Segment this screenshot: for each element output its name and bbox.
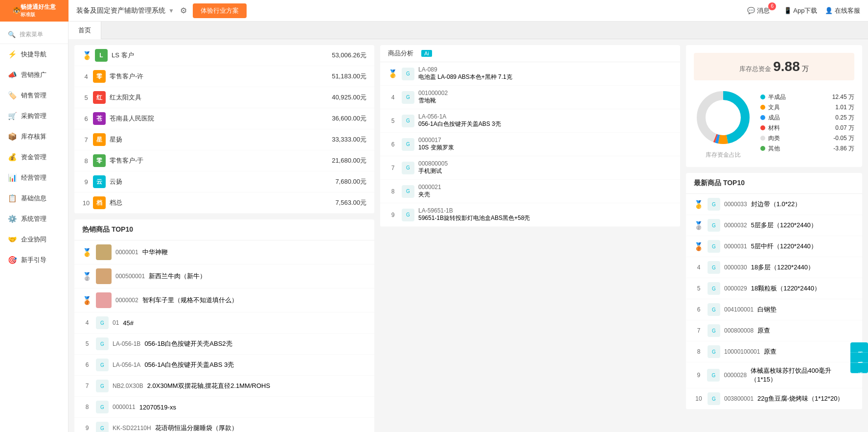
newest-item-1: 🥇 G 0000033 封边带（1.0*22）: [686, 194, 862, 215]
dropdown-arrow-icon[interactable]: ▼: [168, 7, 174, 14]
dashboard-grid: 🥇 L LS 客户 53,006.26元 4 零 零售客户-许 51,183.0…: [74, 45, 862, 432]
sidebar-item-sales[interactable]: 🏷️ 销售管理: [0, 85, 68, 106]
float-btns: 客服热线 服务社区 直播: [850, 342, 868, 373]
hot-product-img-7: G: [96, 380, 109, 392]
sales-name-6: 夹壳: [418, 191, 672, 199]
svg-point-5: [708, 102, 739, 133]
newest-code-5: 0000029: [724, 285, 747, 292]
sidebar-item-guide[interactable]: 🎯 新手引导: [0, 250, 68, 270]
sales-item-6: 8 G 0000021 夹壳: [380, 180, 680, 203]
operations-icon: 📊: [8, 173, 17, 182]
newest-item-3: 🥉 G 0000031 5层中纤（1220*2440）: [686, 236, 862, 257]
customer-rank-list: 🥇 L LS 客户 53,006.26元 4 零 零售客户-许 51,183.0…: [74, 45, 374, 214]
newest-img-9: G: [707, 369, 720, 382]
customer-name-6: 零售客户-于: [110, 156, 332, 165]
customer-avatar-3: 红: [93, 91, 106, 104]
hot-product-7: 7 G NB2.0X30B 2.0X30MM双摆花轴,摆花直径2.1MM/ROH…: [74, 376, 374, 397]
legend-item-3: 成品 0.25 万: [760, 114, 854, 122]
rank-item-1: 🥇 L LS 客户 53,006.26元: [74, 45, 374, 66]
sales-icon: 🏷️: [8, 91, 17, 100]
hot-name-1: 中华神鞭: [142, 248, 168, 257]
inventory-icon: 📦: [8, 132, 17, 141]
hot-rank-9: 9: [82, 425, 92, 432]
legend-label-1: 半成品: [768, 93, 829, 101]
customer-name-8: 档总: [110, 198, 335, 207]
hot-name-4: 45#: [123, 319, 134, 327]
legend-val-2: 1.01 万: [835, 103, 854, 112]
customer-avatar-8: 档: [93, 196, 106, 209]
newest-img-2: G: [708, 219, 720, 232]
newest-rank-10: 10: [694, 395, 704, 402]
newest-name-4: 18多层（1220*2440）: [751, 263, 814, 272]
chart-subtitle: 库存资金占比: [694, 151, 753, 159]
sidebar-item-basics[interactable]: 📋 基础信息: [0, 188, 68, 209]
hot-product-img-5: G: [96, 337, 109, 350]
newest-code-3: 0000031: [724, 243, 747, 250]
newest-code-2: 0000032: [724, 222, 747, 229]
inventory-label: 库存总资金: [739, 65, 771, 72]
customer-ranking-card: 🥇 L LS 客户 53,006.26元 4 零 零售客户-许 51,183.0…: [74, 45, 374, 214]
hot-name-3: 智利车子里（规格不知道填什么）: [142, 296, 238, 305]
sales-code-2: 001000002: [418, 90, 672, 96]
legend-label-5: 肉类: [768, 134, 830, 143]
sales-medal-1: 🥇: [388, 69, 398, 78]
hot-medal-3: 🥉: [82, 296, 92, 305]
rank-num-7: 9: [82, 178, 90, 186]
inventory-content: 库存总资金 9.88 万: [686, 45, 862, 167]
sidebar-item-finance[interactable]: 💰 资金管理: [0, 147, 68, 168]
float-btn-service[interactable]: 客服热线: [850, 342, 868, 353]
sales-code-6: 0000021: [418, 184, 672, 191]
sidebar-item-inventory[interactable]: 📦 库存核算: [0, 126, 68, 147]
sidebar-item-marketing[interactable]: 📣 营销推广: [0, 65, 68, 85]
sidebar-item-system[interactable]: ⚙️ 系统管理: [0, 209, 68, 229]
rank-num-5: 7: [82, 136, 90, 144]
hot-name-7: 2.0X30MM双摆花轴,摆花直径2.1MM/ROHS: [147, 382, 270, 390]
message-btn[interactable]: 💬 消息 6: [747, 6, 776, 15]
sales-item-2: 4 G 001000002 雪地靴: [380, 86, 680, 109]
newest-img-7: G: [708, 324, 720, 337]
newest-code-8: 10000100001: [724, 348, 760, 355]
newest-name-2: 5层多层（1220*2440）: [751, 221, 817, 230]
sidebar-item-collab[interactable]: 🤝 企业协同: [0, 229, 68, 250]
legend-dot-4: [760, 125, 765, 130]
hot-code-8: 0000011: [113, 404, 136, 410]
sales-rank-7: 9: [388, 212, 398, 218]
newest-name-6: 白钢垫: [757, 305, 777, 314]
sales-img-6: G: [402, 185, 414, 198]
customer-amount-5: 33,333.00元: [332, 135, 366, 144]
float-btn-community[interactable]: 服务社区: [850, 353, 868, 363]
sidebar-search[interactable]: 🔍 搜索菜单: [0, 25, 68, 44]
float-btn-live[interactable]: 直播: [850, 363, 868, 373]
hot-code-3: 0000002: [115, 297, 138, 304]
hot-product-3: 🥉 0000002 智利车子里（规格不知道填什么）: [74, 288, 374, 312]
sales-img-1: G: [402, 68, 414, 80]
finance-icon: 💰: [8, 153, 17, 162]
inventory-unit: 万: [802, 65, 809, 72]
legend-dot-6: [760, 146, 765, 151]
sales-rank-2: 4: [388, 94, 398, 101]
guide-icon: 🎯: [8, 256, 17, 264]
hot-product-img-2: [96, 268, 112, 284]
newest-img-5: G: [708, 282, 720, 295]
app-download-btn[interactable]: 📱 App下载: [784, 6, 817, 15]
sidebar-item-quicknav[interactable]: ⚡ 快捷导航: [0, 44, 68, 65]
message-badge: 6: [768, 2, 776, 10]
inventory-card: 库存总资金 9.88 万: [686, 45, 862, 167]
sales-code-3: LA-056-1A: [418, 113, 672, 120]
hot-code-1: 0000001: [115, 249, 138, 256]
newest-code-6: 004100001: [724, 306, 754, 313]
settings-button[interactable]: ⚙: [180, 6, 187, 15]
rank-item-5: 7 星 星扬 33,333.00元: [74, 129, 374, 150]
customer-name-3: 红太阳文具: [110, 93, 332, 102]
newest-products-card: 最新商品 TOP10 🥇 G 0000033 封边带（1.0*22） 🥈: [686, 173, 862, 409]
sidebar-item-purchase[interactable]: 🛒 采购管理: [0, 106, 68, 126]
online-service-btn[interactable]: 👤 在线客服: [825, 6, 860, 15]
tab-home[interactable]: 首页: [69, 22, 101, 39]
sales-code-7: LA-59651-1B: [418, 207, 672, 214]
sidebar-item-operations[interactable]: 📊 经营管理: [0, 168, 68, 188]
customer-name-7: 云扬: [110, 177, 335, 186]
legend-dot-1: [760, 95, 765, 99]
sales-code-4: 0000017: [418, 137, 672, 144]
hot-product-4: 4 G 01 45#: [74, 312, 374, 334]
trial-button[interactable]: 体验行业方案: [193, 3, 247, 18]
